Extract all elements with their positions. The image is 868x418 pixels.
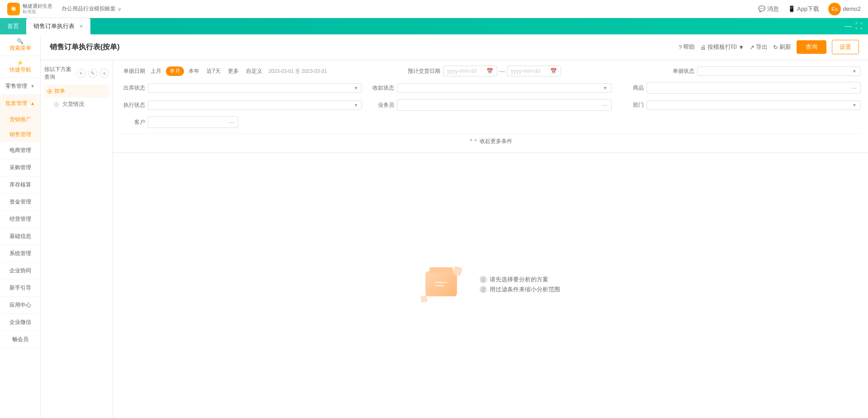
print-btn[interactable]: 🖨 按模板打印 ▼: [700, 43, 744, 51]
customer-picker-icon[interactable]: ···: [229, 119, 234, 126]
solution-sub-icon: ○: [53, 101, 60, 108]
date-tab-7days[interactable]: 近7天: [204, 66, 223, 76]
empty-hint-1: 1 请先选择要分析的方案: [480, 276, 560, 284]
collapse-panel-btn[interactable]: «: [100, 69, 109, 78]
basic-info-label: 基础信息: [9, 233, 31, 240]
goods-picker-icon[interactable]: ···: [851, 84, 857, 91]
start-date-input[interactable]: yyyy-mm-dd 📅: [443, 66, 497, 76]
app-download-btn[interactable]: 📱 App下载: [788, 5, 819, 13]
header-right: 💬 消息 📱 App下载 Ea demo2: [758, 3, 861, 15]
refresh-btn[interactable]: ↻ 刷新: [773, 43, 791, 51]
collapse-btn[interactable]: ⌃⌃ 收起更多条件: [463, 136, 518, 147]
message-btn[interactable]: 💬 消息: [758, 5, 779, 13]
operations-label: 经营管理: [9, 215, 31, 223]
export-btn[interactable]: ↗ 导出: [750, 43, 768, 51]
sidebar-item-wholesale[interactable]: 批发管理 ▲: [0, 95, 40, 112]
receipt-label: 收款状态: [369, 84, 394, 92]
sidebar-item-search[interactable]: 🔍 搜索菜单: [0, 34, 40, 56]
user-menu[interactable]: Ea demo2: [828, 3, 861, 15]
staff-picker-icon[interactable]: ···: [602, 101, 608, 109]
status-select[interactable]: ▼: [697, 66, 861, 76]
tab-home[interactable]: 首页: [0, 18, 26, 34]
right-panel: 单据日期 上月 本月 本年 近7天 更多 自定义 20: [113, 60, 868, 418]
receipt-filter: 收款状态 ▼: [369, 83, 611, 93]
status-control: ▼: [697, 66, 861, 76]
solution-main-label: 按单: [54, 87, 65, 95]
sidebar-item-basic-info[interactable]: 基础信息: [0, 228, 40, 245]
customer-filter: 客户 ···: [120, 116, 365, 128]
status-filter: 单据状态 ▼: [670, 66, 861, 76]
tab-close-btn[interactable]: ✕: [79, 24, 83, 29]
solution-dot-icon: [48, 90, 52, 93]
sidebar-item-sales[interactable]: 销售管理: [0, 127, 40, 142]
sidebar-item-new-guide[interactable]: 新手引导: [0, 280, 40, 297]
sidebar-item-app-center[interactable]: 应用中心: [0, 297, 40, 314]
sidebar-item-ecommerce[interactable]: 电商管理: [0, 142, 40, 159]
receipt-select[interactable]: ▼: [397, 83, 611, 93]
sidebar-item-finance[interactable]: 资金管理: [0, 194, 40, 211]
date-tab-this-year[interactable]: 本年: [186, 66, 202, 76]
sidebar-item-corp-wechat[interactable]: 企业微信: [0, 314, 40, 331]
date-tab-custom[interactable]: 自定义: [243, 66, 265, 76]
date-tab-last-month[interactable]: 上月: [148, 66, 164, 76]
sidebar-item-corp-collab[interactable]: 企业协同: [0, 262, 40, 280]
sidebar-item-marketing[interactable]: 营销推广: [0, 112, 40, 127]
sidebar-item-purchase[interactable]: 采购管理: [0, 159, 40, 176]
edit-solution-btn[interactable]: ✎: [88, 69, 97, 78]
add-solution-btn[interactable]: +: [76, 69, 85, 78]
sidebar-item-quick-nav[interactable]: ⚡ 快捷导航: [0, 56, 40, 78]
date-tab-this-month[interactable]: 本月: [166, 66, 184, 76]
empty-box-body: [425, 271, 457, 296]
set-button[interactable]: 设置: [832, 40, 859, 54]
outbound-caret-icon: ▼: [354, 86, 358, 90]
status-label: 单据状态: [670, 67, 694, 75]
sidebar-item-operations[interactable]: 经营管理: [0, 211, 40, 228]
goods-input[interactable]: ···: [646, 82, 861, 94]
panel-actions: + ✎ «: [76, 69, 109, 78]
outbound-label: 出库状态: [120, 84, 145, 92]
customer-input[interactable]: ···: [148, 116, 238, 128]
solution-panel-label: 按以下方案查询: [44, 66, 76, 81]
staff-input[interactable]: ···: [397, 99, 611, 111]
nav-tabs-actions: — ⛶: [844, 22, 868, 30]
wholesale-arrow-icon: ▲: [30, 101, 35, 106]
member-label: 畅会员: [12, 336, 28, 343]
empty-box-lid: [429, 267, 453, 273]
solution-item-main[interactable]: 按单: [44, 85, 109, 98]
sidebar-item-system[interactable]: 系统管理: [0, 245, 40, 262]
new-guide-label: 新手引导: [9, 284, 31, 292]
end-date-input[interactable]: yyyy-mm-dd 📅: [507, 66, 561, 76]
left-panel-title: 按以下方案查询 + ✎ «: [44, 66, 109, 81]
date-control: 上月 本月 本年 近7天 更多 自定义 2023-03-01 至 2023-03…: [148, 66, 401, 76]
empty-box-line-1: [435, 282, 448, 283]
date-tab-more[interactable]: 更多: [225, 66, 241, 76]
maximize-btn[interactable]: ⛶: [855, 22, 863, 30]
page-header: 销售订单执行表(按单) ? 帮助 🖨 按模板打印 ▼ ↗ 导出 ↻ 刷新: [41, 34, 868, 60]
sidebar: 🔍 搜索菜单 ⚡ 快捷导航 零售管理 ▼ 批发管理 ▲ 营销推广 销售管理 电商…: [0, 34, 41, 418]
corp-collab-label: 企业协同: [9, 267, 31, 275]
empty-box-lines: [435, 282, 448, 286]
sidebar-item-inventory[interactable]: 库存核算: [0, 176, 40, 194]
query-button[interactable]: 查询: [797, 40, 826, 54]
start-date-calendar-icon: 📅: [486, 68, 493, 74]
sidebar-item-retail[interactable]: 零售管理 ▼: [0, 78, 40, 95]
sales-label: 销售管理: [9, 131, 31, 138]
dept-filter: 部门 ▼: [619, 100, 861, 110]
outbound-select[interactable]: ▼: [148, 83, 362, 93]
page-header-actions: ? 帮助 🖨 按模板打印 ▼ ↗ 导出 ↻ 刷新 查询 设置: [679, 40, 859, 54]
exec-status-label: 执行状态: [120, 101, 145, 109]
tab-sales-order[interactable]: 销售订单执行表 ✕: [26, 18, 90, 34]
panel-container: 按以下方案查询 + ✎ « 按单: [41, 60, 868, 418]
minimize-btn[interactable]: —: [844, 22, 852, 30]
help-btn[interactable]: ? 帮助: [679, 43, 695, 51]
exec-status-select[interactable]: ▼: [148, 100, 362, 110]
dept-select[interactable]: ▼: [646, 100, 861, 110]
sidebar-item-member[interactable]: 畅会员: [0, 331, 40, 348]
solution-item-sub[interactable]: ○ 欠货情况: [44, 98, 109, 111]
add-icon: +: [79, 70, 82, 76]
outbound-filter: 出库状态 ▼: [120, 83, 362, 93]
print-caret-icon: ▼: [738, 44, 744, 51]
start-date-placeholder: yyyy-mm-dd: [447, 68, 485, 74]
filter-row-1: 单据日期 上月 本月 本年 近7天 更多 自定义 20: [120, 66, 861, 76]
end-date-placeholder: yyyy-mm-dd: [511, 68, 548, 74]
